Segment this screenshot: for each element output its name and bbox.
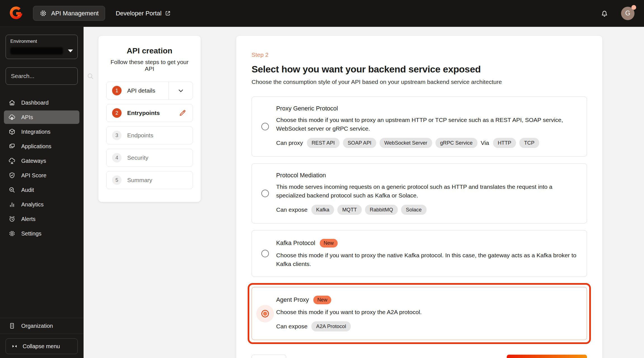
protocol-pill: gRPC Service xyxy=(435,138,477,148)
option-proxy-generic-protocol[interactable]: Proxy Generic Protocol Choose this mode … xyxy=(252,96,587,157)
notifications-bell-icon[interactable] xyxy=(600,9,609,18)
sidebar-item-analytics[interactable]: Analytics xyxy=(4,198,79,211)
environment-value-redacted xyxy=(10,47,63,55)
step-summary[interactable]: 5 Summary xyxy=(106,171,193,189)
sidebar-item-label: Alerts xyxy=(21,216,35,222)
step-label: Entrypoints xyxy=(127,110,160,116)
option-agent-proxy[interactable]: Agent Proxy New Choose this mode if you … xyxy=(252,287,587,340)
collapse-icon xyxy=(11,343,18,349)
stepper-subtitle: Follow these steps to get your API xyxy=(106,59,193,72)
option-title: Kafka Protocol xyxy=(276,240,315,247)
main-content: API creation Follow these steps to get y… xyxy=(84,27,644,358)
step-tag: Step 2 xyxy=(252,51,587,58)
sidebar-item-label: Dashboard xyxy=(21,100,49,106)
sidebar-item-apis[interactable]: APIs xyxy=(4,110,79,124)
radio-unchecked[interactable] xyxy=(261,190,269,197)
step-entrypoints[interactable]: 2 Entrypoints xyxy=(106,104,193,122)
new-badge: New xyxy=(313,296,331,304)
developer-portal-label: Developer Portal xyxy=(116,10,162,17)
gear-icon xyxy=(39,10,47,17)
shield-check-icon xyxy=(8,172,16,179)
environment-select[interactable]: Environment xyxy=(6,35,78,59)
sidebar-item-label: Settings xyxy=(21,230,41,237)
sidebar-item-integrations[interactable]: Integrations xyxy=(4,125,79,138)
sidebar-item-applications[interactable]: Applications xyxy=(4,140,79,153)
search-input[interactable] xyxy=(11,73,87,79)
radio-checked[interactable] xyxy=(261,310,269,317)
edit-step-button[interactable] xyxy=(179,109,193,117)
sidebar-item-api-score[interactable]: API Score xyxy=(4,169,79,182)
protocol-pill: Kafka xyxy=(311,205,334,215)
step-number: 5 xyxy=(112,175,122,185)
option-description: Choose this mode if you want to proxy th… xyxy=(276,251,577,268)
sidebar-item-label: APIs xyxy=(21,114,33,121)
step-endpoints[interactable]: 3 Endpoints xyxy=(106,126,193,144)
sidebar-item-label: Organization xyxy=(21,323,53,329)
sidebar: Environment Dashboard APIs xyxy=(0,27,84,358)
chip-group-label: Via xyxy=(481,140,489,146)
alarm-clock-icon xyxy=(8,215,16,223)
protocol-pill: MQTT xyxy=(337,205,361,215)
option-protocol-mediation[interactable]: Protocol Mediation This mode serves inco… xyxy=(252,163,587,223)
protocol-pill: A2A Protocol xyxy=(311,321,351,331)
protocol-pill: SOAP API xyxy=(343,138,376,148)
step-label: Endpoints xyxy=(127,132,153,139)
api-creation-stepper: API creation Follow these steps to get y… xyxy=(98,36,201,202)
api-management-button[interactable]: API Management xyxy=(33,6,105,21)
sidebar-item-label: API Score xyxy=(21,172,46,179)
protocol-pill: HTTP xyxy=(493,138,516,148)
step-api-details[interactable]: 1 API details xyxy=(106,82,193,100)
protocol-pill: REST API xyxy=(307,138,340,148)
collapse-menu-button[interactable]: Collapse menu xyxy=(6,338,78,354)
radio-unchecked[interactable] xyxy=(261,123,269,130)
sidebar-item-settings[interactable]: Settings xyxy=(4,227,79,240)
developer-portal-link[interactable]: Developer Portal xyxy=(116,10,171,17)
avatar-initial: G xyxy=(625,10,630,17)
architecture-options: Proxy Generic Protocol Choose this mode … xyxy=(252,96,587,340)
option-description: Choose this mode if you want to proxy th… xyxy=(276,308,577,316)
radio-unchecked[interactable] xyxy=(261,250,269,257)
step-number: 2 xyxy=(112,108,122,118)
expand-step-button[interactable] xyxy=(169,82,193,99)
step-security[interactable]: 4 Security xyxy=(106,149,193,167)
option-description: This mode serves incoming requests on a … xyxy=(276,182,577,200)
option-title: Agent Proxy xyxy=(276,296,309,303)
step-label: Security xyxy=(127,154,148,161)
sidebar-item-dashboard[interactable]: Dashboard xyxy=(4,96,79,109)
sidebar-item-gateways[interactable]: Gateways xyxy=(4,154,79,168)
sidebar-item-audit[interactable]: Audit xyxy=(4,183,79,197)
divider xyxy=(0,334,83,334)
sidebar-item-alerts[interactable]: Alerts xyxy=(4,212,79,226)
avatar[interactable]: G xyxy=(621,7,634,20)
option-title: Protocol Mediation xyxy=(276,172,326,179)
chevron-down-icon xyxy=(177,87,184,94)
cloud-gear-icon xyxy=(8,114,16,121)
sidebar-item-label: Audit xyxy=(21,187,34,193)
pencil-icon xyxy=(179,109,186,117)
chip-group-label: Can expose xyxy=(276,323,307,330)
chip-group-label: Can expose xyxy=(276,206,307,213)
page-title: Select how you want your backend service… xyxy=(252,64,587,75)
stepper-title: API creation xyxy=(106,46,193,55)
topbar: API Management Developer Portal G xyxy=(0,0,644,27)
select-architecture-button[interactable]: Select my API architecture xyxy=(507,355,587,358)
protocol-pill: Solace xyxy=(401,205,427,215)
gravitee-logo-icon[interactable] xyxy=(10,7,23,20)
external-link-icon xyxy=(165,10,171,16)
sidebar-nav: Dashboard APIs Integrations Applications xyxy=(0,95,83,241)
bar-chart-icon xyxy=(8,201,16,208)
home-icon xyxy=(8,99,16,106)
sidebar-item-label: Integrations xyxy=(21,129,51,135)
option-kafka-protocol[interactable]: Kafka Protocol New Choose this mode if y… xyxy=(252,230,587,277)
sidebar-item-label: Gateways xyxy=(21,158,46,164)
environment-label: Environment xyxy=(10,39,73,44)
previous-button[interactable]: Previous xyxy=(252,355,286,358)
api-management-label: API Management xyxy=(51,10,99,17)
new-badge: New xyxy=(320,239,338,248)
entrypoints-step-card: Step 2 Select how you want your backend … xyxy=(236,36,602,358)
sidebar-item-organization[interactable]: Organization xyxy=(4,319,79,333)
sidebar-search[interactable] xyxy=(6,67,78,85)
step-number: 3 xyxy=(112,131,122,140)
protocol-pill: TCP xyxy=(519,138,539,148)
step-number: 4 xyxy=(112,153,122,162)
